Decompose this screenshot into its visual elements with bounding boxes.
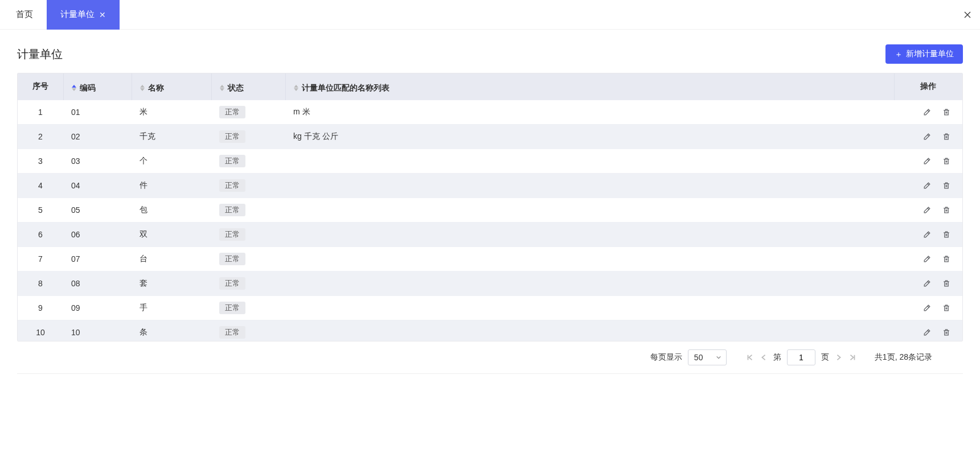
- status-badge: 正常: [219, 155, 245, 167]
- cell-name: 手: [132, 295, 211, 320]
- delete-icon[interactable]: [942, 108, 951, 117]
- delete-icon[interactable]: [942, 132, 951, 141]
- cell-status: 正常: [211, 320, 285, 341]
- close-all-icon[interactable]: [962, 9, 973, 20]
- pagination: 每页显示 50 第 页 共1页, 28条记录: [17, 341, 963, 374]
- tabs-right-controls: [962, 0, 973, 30]
- cell-index: 6: [18, 222, 63, 246]
- cell-code: 07: [63, 246, 132, 271]
- table-row: 9 09 手 正常: [18, 295, 962, 320]
- cell-index: 5: [18, 197, 63, 222]
- page-size-value: 50: [694, 353, 703, 362]
- cell-status: 正常: [211, 271, 285, 295]
- cell-index: 9: [18, 295, 63, 320]
- cell-name: 台: [132, 246, 211, 271]
- sort-icon[interactable]: [220, 85, 224, 91]
- data-table: 序号 编码: [18, 73, 962, 341]
- table-row: 2 02 千克 正常 kg 千克 公斤: [18, 124, 962, 149]
- sort-icon[interactable]: [294, 85, 298, 91]
- cell-code: 05: [63, 197, 132, 222]
- delete-icon[interactable]: [942, 157, 951, 166]
- edit-icon[interactable]: [922, 108, 932, 117]
- cell-ops: [894, 222, 962, 246]
- cell-code: 06: [63, 222, 132, 246]
- add-unit-button[interactable]: ＋ 新增计量单位: [885, 44, 963, 64]
- status-badge: 正常: [219, 130, 245, 143]
- cell-index: 10: [18, 320, 63, 341]
- page-title: 计量单位: [17, 47, 63, 62]
- cell-name: 双: [132, 222, 211, 246]
- next-page-icon[interactable]: [835, 353, 843, 361]
- sort-icon[interactable]: [140, 85, 145, 91]
- table-row: 10 10 条 正常: [18, 320, 962, 341]
- cell-ops: [894, 271, 962, 295]
- th-ops-label: 操作: [920, 81, 936, 90]
- th-status[interactable]: 状态: [211, 73, 285, 100]
- th-alias[interactable]: 计量单位匹配的名称列表: [285, 73, 894, 100]
- cell-alias: [285, 149, 894, 173]
- cell-alias: [285, 197, 894, 222]
- chevron-down-icon: [716, 355, 721, 360]
- th-name[interactable]: 名称: [132, 73, 211, 100]
- cell-status: 正常: [211, 197, 285, 222]
- page-suffix: 页: [821, 352, 829, 363]
- last-page-icon[interactable]: [848, 353, 856, 361]
- close-icon[interactable]: ✕: [99, 11, 106, 19]
- cell-code: 03: [63, 149, 132, 173]
- table-scroll[interactable]: 序号 编码: [18, 73, 962, 341]
- status-badge: 正常: [219, 106, 245, 118]
- table-row: 3 03 个 正常: [18, 149, 962, 173]
- edit-icon[interactable]: [922, 303, 932, 312]
- cell-ops: [894, 197, 962, 222]
- edit-icon[interactable]: [922, 132, 932, 141]
- delete-icon[interactable]: [942, 205, 951, 215]
- cell-index: 2: [18, 124, 63, 149]
- cell-ops: [894, 295, 962, 320]
- cell-code: 02: [63, 124, 132, 149]
- cell-alias: m 米: [285, 100, 894, 125]
- cell-index: 3: [18, 149, 63, 173]
- tab-home[interactable]: 首页: [2, 0, 47, 30]
- status-badge: 正常: [219, 228, 245, 241]
- delete-icon[interactable]: [942, 230, 951, 239]
- status-badge: 正常: [219, 302, 245, 314]
- page-size-select[interactable]: 50: [688, 349, 727, 365]
- status-badge: 正常: [219, 277, 245, 290]
- delete-icon[interactable]: [942, 303, 951, 312]
- first-page-icon[interactable]: [746, 353, 754, 361]
- cell-status: 正常: [211, 149, 285, 173]
- status-badge: 正常: [219, 326, 245, 339]
- sort-icon[interactable]: [72, 85, 76, 91]
- cell-name: 条: [132, 320, 211, 341]
- edit-icon[interactable]: [922, 205, 932, 215]
- delete-icon[interactable]: [942, 254, 951, 264]
- cell-alias: [285, 271, 894, 295]
- table-row: 8 08 套 正常: [18, 271, 962, 295]
- th-index-label: 序号: [32, 81, 48, 90]
- delete-icon[interactable]: [942, 181, 951, 190]
- edit-icon[interactable]: [922, 254, 932, 264]
- cell-status: 正常: [211, 246, 285, 271]
- tab-unit[interactable]: 计量单位 ✕: [47, 0, 120, 30]
- table-row: 6 06 双 正常: [18, 222, 962, 246]
- page-number-input[interactable]: [787, 349, 815, 365]
- status-badge: 正常: [219, 204, 245, 216]
- th-index[interactable]: 序号: [18, 73, 63, 100]
- add-unit-button-label: 新增计量单位: [906, 49, 954, 59]
- prev-page-icon[interactable]: [760, 353, 768, 361]
- cell-index: 4: [18, 173, 63, 197]
- tabs-bar: 首页 计量单位 ✕: [0, 0, 980, 30]
- delete-icon[interactable]: [942, 328, 951, 337]
- page-summary: 共1页, 28条记录: [875, 352, 932, 363]
- delete-icon[interactable]: [942, 279, 951, 288]
- edit-icon[interactable]: [922, 328, 932, 337]
- edit-icon[interactable]: [922, 157, 932, 166]
- cell-name: 件: [132, 173, 211, 197]
- edit-icon[interactable]: [922, 279, 932, 288]
- cell-ops: [894, 124, 962, 149]
- th-code[interactable]: 编码: [63, 73, 132, 100]
- cell-status: 正常: [211, 222, 285, 246]
- status-badge: 正常: [219, 179, 245, 192]
- edit-icon[interactable]: [922, 230, 932, 239]
- edit-icon[interactable]: [922, 181, 932, 190]
